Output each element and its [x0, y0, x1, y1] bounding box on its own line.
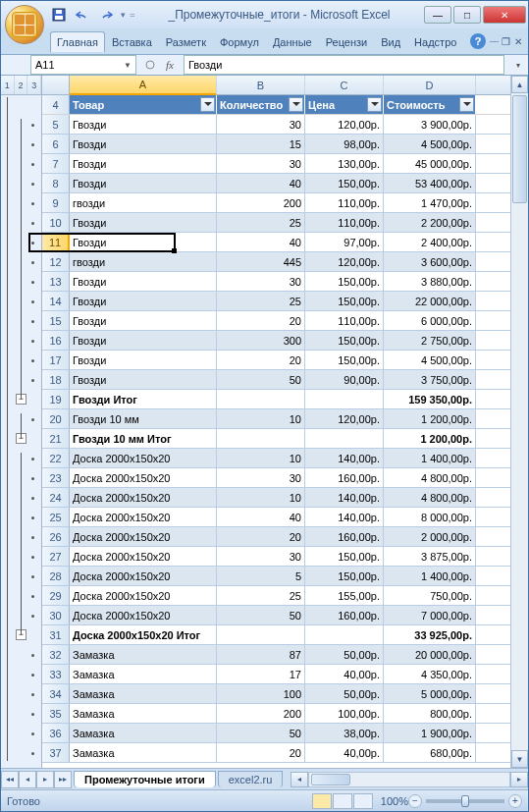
cell[interactable]: 5 000,00р.	[384, 684, 476, 703]
cell[interactable]: 10	[217, 449, 305, 467]
ribbon-tab-5[interactable]: Рецензи	[319, 31, 375, 52]
cell[interactable]: 150,00р.	[305, 292, 384, 310]
cell[interactable]: 150,00р.	[305, 272, 384, 291]
vertical-scrollbar[interactable]: ▲ ▼	[510, 76, 528, 768]
view-normal[interactable]	[312, 793, 332, 809]
cell[interactable]: Гвозди	[70, 272, 217, 291]
row-header[interactable]: 21	[42, 429, 70, 448]
formula-cancel[interactable]	[140, 56, 160, 74]
formula-expand[interactable]: ▾	[508, 56, 528, 74]
cell[interactable]: Гвозди	[70, 370, 217, 389]
filter-button[interactable]	[200, 97, 215, 112]
cell[interactable]: 140,00р.	[305, 508, 384, 526]
row-header[interactable]: 32	[42, 645, 70, 664]
cell[interactable]: 100	[217, 684, 305, 703]
cell[interactable]: 140,00р.	[305, 449, 384, 467]
cell[interactable]	[217, 429, 305, 448]
col-header-b[interactable]: B	[217, 76, 305, 94]
tab-nav-prev[interactable]: ◂	[19, 771, 36, 788]
cell[interactable]: 4 800,00р.	[384, 468, 476, 487]
horizontal-scrollbar[interactable]: ◂ ▸	[291, 772, 528, 787]
cell[interactable]: 2 000,00р.	[384, 527, 476, 546]
cell[interactable]: 100,00р.	[305, 704, 384, 723]
mdi-restore[interactable]: ❐	[502, 36, 510, 47]
row-header[interactable]: 11	[42, 233, 70, 251]
view-page-break[interactable]	[353, 793, 373, 809]
cell[interactable]: 200	[217, 704, 305, 723]
cell[interactable]: 40	[217, 174, 305, 192]
col-header-d[interactable]: D	[384, 76, 476, 94]
cell[interactable]: 25	[217, 292, 305, 310]
cell[interactable]: Гвозди	[70, 154, 217, 173]
cell[interactable]: 750,00р.	[384, 586, 476, 605]
cell[interactable]: Гвозди	[70, 174, 217, 192]
row-header[interactable]: 16	[42, 331, 70, 350]
cell[interactable]: 2 400,00р.	[384, 233, 476, 251]
sheet-tab[interactable]: excel2.ru	[218, 771, 284, 787]
table-header-cell[interactable]: Количество	[217, 95, 305, 114]
cell[interactable]: 150,00р.	[305, 567, 384, 585]
maximize-button[interactable]: □	[453, 6, 481, 24]
select-all-corner[interactable]	[42, 76, 70, 94]
cell[interactable]	[305, 625, 384, 644]
cell[interactable]: 98,00р.	[305, 135, 384, 153]
mdi-close[interactable]: ✕	[514, 36, 522, 47]
row-header[interactable]: 27	[42, 547, 70, 566]
cell[interactable]: 3 750,00р.	[384, 370, 476, 389]
cell[interactable]: 3 900,00р.	[384, 115, 476, 134]
cell[interactable]	[217, 390, 305, 408]
row-header[interactable]: 35	[42, 704, 70, 723]
row-header[interactable]: 5	[42, 115, 70, 134]
row-header[interactable]: 14	[42, 292, 70, 310]
outline-level-3[interactable]: 3	[27, 76, 41, 94]
cell[interactable]: 800,00р.	[384, 704, 476, 723]
cell[interactable]: 8 000,00р.	[384, 508, 476, 526]
cell[interactable]: 3 880,00р.	[384, 272, 476, 291]
office-button[interactable]	[5, 5, 44, 44]
cell[interactable]: 120,00р.	[305, 252, 384, 271]
cell[interactable]: 160,00р.	[305, 527, 384, 546]
cell[interactable]: 6 000,00р.	[384, 311, 476, 330]
row-header[interactable]: 23	[42, 468, 70, 487]
minimize-button[interactable]: —	[424, 6, 451, 24]
ribbon-minimize[interactable]: —	[490, 36, 498, 46]
row-header[interactable]: 12	[42, 252, 70, 271]
cell[interactable]: 1 400,00р.	[384, 567, 476, 585]
cell[interactable]: 53 400,00р.	[384, 174, 476, 192]
cell[interactable]: Доска 2000х150х20	[70, 547, 217, 566]
cell[interactable]: 17	[217, 665, 305, 683]
cell[interactable]: Гвозди	[70, 233, 217, 251]
cell[interactable]: 50	[217, 370, 305, 389]
help-button[interactable]: ?	[470, 33, 486, 49]
cell[interactable]: 1 470,00р.	[384, 193, 476, 212]
cell[interactable]: Доска 2000х150х20	[70, 567, 217, 585]
cell[interactable]: 160,00р.	[305, 468, 384, 487]
row-header[interactable]: 31	[42, 625, 70, 644]
cell[interactable]: 2 200,00р.	[384, 213, 476, 232]
cell[interactable]: 50	[217, 606, 305, 624]
cell[interactable]: Доска 2000х150х20	[70, 508, 217, 526]
cell[interactable]: 4 350,00р.	[384, 665, 476, 683]
cell[interactable]: Замазка	[70, 704, 217, 723]
row-header[interactable]: 17	[42, 351, 70, 369]
cell[interactable]: Гвозди	[70, 292, 217, 310]
row-header[interactable]: 24	[42, 488, 70, 507]
cell[interactable]: 1 400,00р.	[384, 449, 476, 467]
close-button[interactable]: ✕	[483, 6, 526, 24]
cell[interactable]: 159 350,00р.	[384, 390, 476, 408]
row-header[interactable]: 6	[42, 135, 70, 153]
cell[interactable]: 40,00р.	[305, 743, 384, 762]
scroll-left-button[interactable]: ◂	[291, 772, 308, 787]
fx-button[interactable]: fx	[160, 56, 180, 74]
cell[interactable]: 200	[217, 193, 305, 212]
cell[interactable]: Замазка	[70, 645, 217, 664]
cell[interactable]: 150,00р.	[305, 174, 384, 192]
cell[interactable]: 40	[217, 508, 305, 526]
scroll-down-button[interactable]: ▼	[511, 750, 528, 768]
cell[interactable]: 50,00р.	[305, 645, 384, 664]
zoom-slider[interactable]	[426, 799, 504, 803]
tab-nav-last[interactable]: ▸▸	[54, 771, 72, 788]
cell[interactable]: 20	[217, 311, 305, 330]
outline-pane[interactable]: 1 2 3 −−−	[1, 76, 42, 768]
cell[interactable]: 5	[217, 567, 305, 585]
